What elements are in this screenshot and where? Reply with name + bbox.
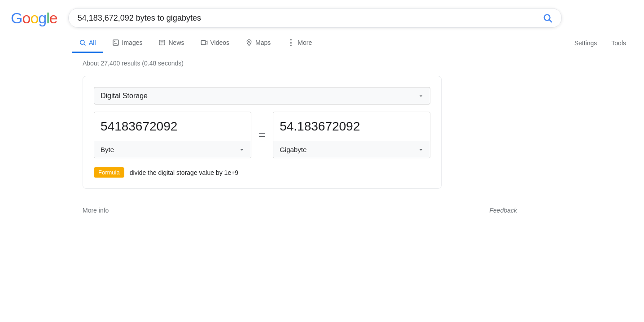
- tab-videos[interactable]: Videos: [193, 34, 237, 53]
- equals-sign: =: [258, 128, 266, 142]
- tab-images-label: Images: [122, 39, 143, 46]
- search-bar-wrapper: [68, 8, 562, 28]
- converter-card: Digital Storage Length Mass Temperature …: [83, 76, 442, 189]
- converter-inputs: Byte Kilobyte Megabyte Gigabyte Terabyte…: [94, 112, 430, 158]
- svg-rect-10: [201, 40, 206, 44]
- videos-tab-icon: [201, 39, 208, 46]
- search-bar: [68, 8, 562, 28]
- tab-news[interactable]: News: [151, 34, 191, 53]
- tab-all[interactable]: All: [72, 34, 103, 53]
- header: Google: [0, 0, 644, 28]
- to-unit-select[interactable]: Gigabyte Byte Kilobyte Megabyte Terabyte: [273, 141, 430, 158]
- images-tab-icon: [112, 39, 119, 46]
- logo-letter-o2: o: [30, 9, 38, 27]
- from-input-group: Byte Kilobyte Megabyte Gigabyte Terabyte: [94, 112, 251, 158]
- from-unit-select[interactable]: Byte Kilobyte Megabyte Gigabyte Terabyte: [94, 141, 251, 158]
- category-select[interactable]: Digital Storage Length Mass Temperature …: [94, 87, 430, 104]
- tools-button[interactable]: Tools: [604, 34, 633, 52]
- google-logo[interactable]: Google: [11, 9, 57, 27]
- tab-more-label: More: [298, 39, 312, 46]
- news-tab-icon: [158, 39, 166, 46]
- formula-text: divide the digital storage value by 1e+9: [130, 169, 238, 176]
- settings-button[interactable]: Settings: [567, 34, 605, 52]
- logo-letter-g: G: [11, 9, 22, 27]
- tab-news-label: News: [168, 39, 184, 46]
- tab-maps[interactable]: Maps: [238, 34, 278, 53]
- more-tab-icon: ⋮: [287, 38, 295, 48]
- logo-letter-e: e: [49, 9, 57, 27]
- to-input-group: Gigabyte Byte Kilobyte Megabyte Terabyte: [273, 112, 430, 158]
- svg-line-3: [84, 44, 85, 45]
- maps-tab-icon: [245, 39, 253, 46]
- from-value-input[interactable]: [94, 112, 251, 141]
- search-tab-icon: [79, 39, 86, 46]
- results-area: About 27,400 results (0.48 seconds) Digi…: [0, 54, 539, 200]
- search-button[interactable]: [543, 13, 552, 23]
- nav-tabs: All Images News Videos Maps: [0, 32, 644, 54]
- feedback-link[interactable]: Feedback: [490, 207, 517, 214]
- to-value-input[interactable]: [273, 112, 430, 141]
- svg-point-5: [114, 41, 115, 42]
- tab-videos-label: Videos: [210, 39, 230, 46]
- tab-images[interactable]: Images: [105, 34, 150, 53]
- settings-tools: Settings Tools: [567, 34, 633, 52]
- logo-letter-o1: o: [22, 9, 30, 27]
- logo-letter-g2: g: [38, 9, 46, 27]
- search-icon: [543, 13, 552, 23]
- formula-badge: Formula: [94, 167, 124, 178]
- tab-maps-label: Maps: [255, 39, 271, 46]
- svg-point-11: [248, 41, 250, 42]
- search-input[interactable]: [78, 13, 537, 23]
- footer-row: More info Feedback: [0, 200, 539, 221]
- formula-row: Formula divide the digital storage value…: [94, 167, 430, 178]
- tab-more[interactable]: ⋮ More: [280, 32, 319, 54]
- results-info: About 27,400 results (0.48 seconds): [11, 60, 528, 67]
- tab-all-label: All: [89, 39, 96, 46]
- svg-line-1: [549, 20, 552, 22]
- more-info-link[interactable]: More info: [83, 207, 109, 214]
